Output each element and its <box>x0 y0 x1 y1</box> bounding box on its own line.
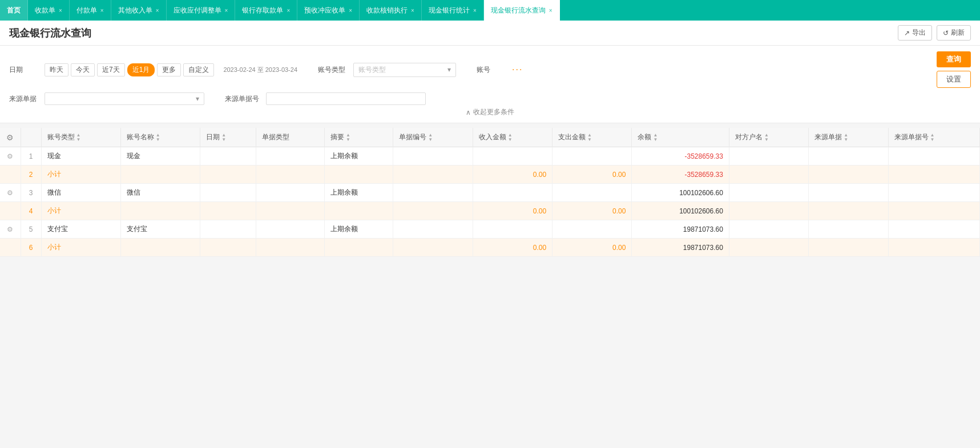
more-options-icon[interactable]: ··· <box>512 64 523 75</box>
close-icon[interactable]: × <box>225 7 228 14</box>
collapse-bar[interactable]: ∧ 收起更多条件 <box>9 105 971 117</box>
chevron-down-icon: ▾ <box>447 66 451 74</box>
close-icon[interactable]: × <box>287 7 290 14</box>
table-row[interactable]: ⚙5支付宝支付宝上期余额19871073.60 <box>0 220 980 239</box>
cell-num: 5 <box>21 220 41 239</box>
col-header-account_type[interactable]: 账号类型▲▼ <box>41 128 120 147</box>
nav-tab[interactable]: 应收应付调整单× <box>167 0 236 21</box>
nav-tab[interactable]: 现金银行统计× <box>422 0 484 21</box>
date-option-btn[interactable]: 更多 <box>157 63 181 76</box>
cell-balance: -3528659.33 <box>632 147 729 166</box>
col-header-gear: ⚙ <box>0 128 21 147</box>
row-gear-icon[interactable]: ⚙ <box>7 225 13 233</box>
close-icon[interactable]: × <box>411 7 414 14</box>
cell-account_name <box>120 166 200 184</box>
nav-tab[interactable]: 收款核销执行× <box>360 0 422 21</box>
refresh-button[interactable]: ↺ 刷新 <box>937 25 971 41</box>
cell-summary <box>325 202 393 220</box>
cell-date <box>200 239 256 257</box>
close-icon[interactable]: × <box>100 7 104 14</box>
cell-doc_type <box>256 166 324 184</box>
account-type-value: 账号类型 <box>358 65 386 75</box>
nav-tab[interactable]: 其他收入单× <box>111 0 167 21</box>
cell-source_doc <box>809 202 888 220</box>
col-header-summary[interactable]: 摘要▲▼ <box>325 128 393 147</box>
cell-income: 0.00 <box>473 166 552 184</box>
source-doc-select[interactable]: ▾ <box>45 92 204 105</box>
cell-gear <box>0 202 21 220</box>
cell-income: 0.00 <box>473 202 552 220</box>
date-option-btn[interactable]: 近7天 <box>97 63 125 76</box>
cell-account_name <box>120 239 200 257</box>
chevron-down-icon-2: ▾ <box>196 95 199 103</box>
col-header-doc_no[interactable]: 单据编号▲▼ <box>393 128 473 147</box>
account-type-select[interactable]: 账号类型 ▾ <box>353 63 456 77</box>
date-range: 2023-02-24 至 2023-03-24 <box>223 66 297 74</box>
col-header-account_name[interactable]: 账号名称▲▼ <box>120 128 200 147</box>
row-gear-icon[interactable]: ⚙ <box>7 189 13 197</box>
cell-counterparty <box>729 147 808 166</box>
date-option-btn[interactable]: 今天 <box>71 63 95 76</box>
page-title: 现金银行流水查询 <box>9 26 91 40</box>
cell-date <box>200 202 256 220</box>
col-header-counterparty[interactable]: 对方户名▲▼ <box>729 128 808 147</box>
cell-summary: 上期余额 <box>325 220 393 239</box>
cell-num: 6 <box>21 239 41 257</box>
cell-summary <box>325 166 393 184</box>
col-header-doc_type: 单据类型 <box>256 128 324 147</box>
cell-income <box>473 147 552 166</box>
cell-counterparty <box>729 184 808 202</box>
col-header-source_doc_no[interactable]: 来源单据号▲▼ <box>888 128 979 147</box>
col-header-date[interactable]: 日期▲▼ <box>200 128 256 147</box>
col-header-source_doc[interactable]: 来源单据▲▼ <box>809 128 888 147</box>
table-row[interactable]: 6小计0.000.0019871073.60 <box>0 239 980 257</box>
cell-balance: 19871073.60 <box>632 220 729 239</box>
cell-gear: ⚙ <box>0 220 21 239</box>
close-icon[interactable]: × <box>473 7 477 14</box>
col-header-num <box>21 128 41 147</box>
export-button[interactable]: ↗ 导出 <box>898 25 932 41</box>
col-header-balance[interactable]: 余额▲▼ <box>632 128 729 147</box>
nav-tab[interactable]: 现金银行流水查询× <box>484 0 560 21</box>
cell-doc_type <box>256 202 324 220</box>
cell-account_type: 小计 <box>41 202 120 220</box>
close-icon[interactable]: × <box>349 7 352 14</box>
col-header-expense[interactable]: 支出金额▲▼ <box>552 128 632 147</box>
table-row[interactable]: ⚙1现金现金上期余额-3528659.33 <box>0 147 980 166</box>
date-label: 日期 <box>9 65 38 75</box>
cell-account_type: 现金 <box>41 147 120 166</box>
table-row[interactable]: 2小计0.000.00-3528659.33 <box>0 166 980 184</box>
nav-tab[interactable]: 收款单× <box>28 0 70 21</box>
filter-area: 日期 昨天今天近7天近1月更多自定义 2023-02-24 至 2023-03-… <box>0 46 980 123</box>
cell-balance: 100102606.60 <box>632 184 729 202</box>
query-button[interactable]: 查询 <box>937 51 971 67</box>
settings-button[interactable]: 设置 <box>937 71 971 88</box>
cell-source_doc_no <box>888 166 979 184</box>
nav-tab[interactable]: 银行存取款单× <box>235 0 297 21</box>
row-gear-icon[interactable]: ⚙ <box>7 152 13 160</box>
table-row[interactable]: 4小计0.000.00100102606.60 <box>0 202 980 220</box>
cell-counterparty <box>729 220 808 239</box>
nav-tab[interactable]: 付款单× <box>70 0 111 21</box>
cell-summary: 上期余额 <box>325 147 393 166</box>
refresh-icon: ↺ <box>943 29 949 37</box>
cell-date <box>200 184 256 202</box>
collapse-label: 收起更多条件 <box>473 107 514 117</box>
nav-home[interactable]: 首页 <box>0 0 28 21</box>
gear-settings-icon[interactable]: ⚙ <box>6 133 14 142</box>
cell-income: 0.00 <box>473 239 552 257</box>
date-option-btn[interactable]: 自定义 <box>183 63 214 76</box>
date-option-btn[interactable]: 近1月 <box>127 63 155 76</box>
close-icon[interactable]: × <box>59 7 62 14</box>
data-table: ⚙账号类型▲▼账号名称▲▼日期▲▼单据类型摘要▲▼单据编号▲▼收入金额▲▼支出金… <box>0 128 980 257</box>
account-type-label: 账号类型 <box>318 65 346 75</box>
close-icon[interactable]: × <box>156 7 159 14</box>
date-option-btn[interactable]: 昨天 <box>45 63 68 76</box>
nav-tab[interactable]: 预收冲应收单× <box>297 0 360 21</box>
close-icon[interactable]: × <box>549 7 552 14</box>
source-doc-num-label: 来源单据号 <box>225 94 259 104</box>
source-doc-num-input[interactable] <box>266 92 426 105</box>
cell-gear: ⚙ <box>0 147 21 166</box>
table-row[interactable]: ⚙3微信微信上期余额100102606.60 <box>0 184 980 202</box>
col-header-income[interactable]: 收入金额▲▼ <box>473 128 552 147</box>
